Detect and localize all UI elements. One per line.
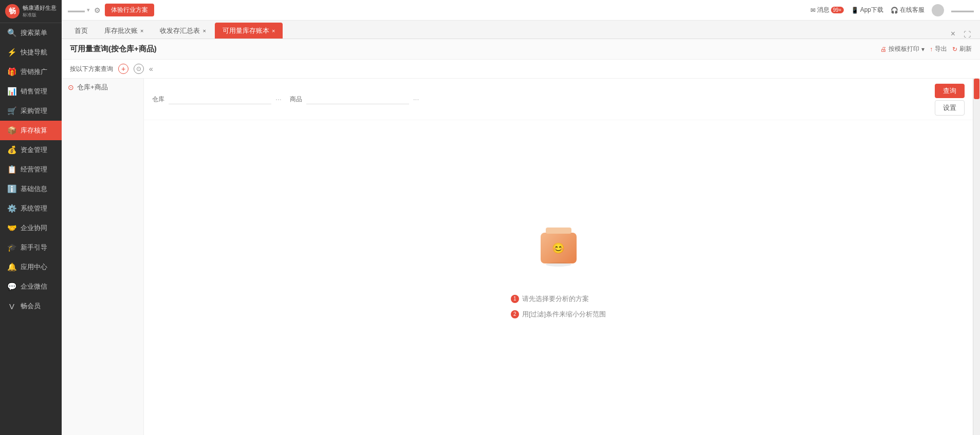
goods-field: 商品 ··· (290, 94, 419, 104)
sales-icon: 📊 (7, 87, 16, 96)
page-header-actions: 🖨 按模板打印 ▾ ↑ 导出 ↻ 刷新 (880, 45, 972, 53)
filter-add-btn[interactable]: + (118, 64, 128, 74)
nav-icon: ⚡ (7, 48, 16, 57)
sidebar-item-purchase[interactable]: 🛒 采购管理 (0, 101, 62, 121)
goods-label: 商品 (290, 95, 302, 104)
scrollbar-track (973, 79, 980, 435)
empty-state: 😊 1 请先选择要分析的方案 2 用[过滤]条件来缩小分析范围 (144, 120, 973, 435)
online-service-btn[interactable]: 🎧 在线客服 (891, 6, 924, 14)
filter-label: 按以下方案查询 (70, 65, 113, 73)
goods-more-icon[interactable]: ··· (413, 95, 419, 103)
scrollbar-thumb (974, 79, 979, 99)
sidebar-item-sales[interactable]: 📊 销售管理 (0, 82, 62, 101)
tip-num-2: 2 (511, 310, 519, 318)
sidebar-item-basicinfo[interactable]: ℹ️ 基础信息 (0, 179, 62, 199)
sidebar-item-membership[interactable]: V 畅会员 (0, 296, 62, 316)
message-icon: ✉ (810, 7, 816, 14)
username: ▬▬▬▬ (951, 7, 974, 13)
dropdown-icon: ▾ (921, 46, 924, 53)
marketing-icon: 🎁 (7, 67, 16, 77)
topbar-right: ✉ 消息 99+ 📱 App下载 🎧 在线客服 ▬▬▬▬ (810, 4, 974, 16)
sidebar-item-collaboration[interactable]: 🤝 企业协同 (0, 218, 62, 238)
tab-batch-account[interactable]: 库存批次账 × (97, 23, 151, 39)
filter-row: 仓库 ··· 商品 ··· 查询 设置 (144, 79, 973, 120)
print-icon: 🖨 (880, 46, 886, 53)
sidebar-item-inventory[interactable]: 📦 库存核算 (0, 121, 62, 140)
content-wrapper: ⊙ 仓库+商品 仓库 ··· 商品 ··· 查询 设 (62, 79, 980, 435)
wechat-icon: 💬 (7, 282, 16, 291)
goods-input[interactable] (306, 94, 409, 104)
template-print-btn[interactable]: 🖨 按模板打印 ▾ (880, 45, 924, 53)
empty-tips: 1 请先选择要分析的方案 2 用[过滤]条件来缩小分析范围 (511, 292, 606, 323)
industry-btn[interactable]: 体验行业方案 (105, 4, 154, 16)
refresh-btn[interactable]: ↻ 刷新 (952, 45, 972, 53)
sidebar-item-finance[interactable]: 💰 资金管理 (0, 140, 62, 160)
inventory-icon: 📦 (7, 126, 16, 135)
tip-row-1: 1 请先选择要分析的方案 (511, 292, 606, 306)
app-download-btn[interactable]: 📱 App下载 (851, 6, 883, 14)
guide-icon: 🎓 (7, 243, 16, 252)
warehouse-field: 仓库 ··· (152, 94, 282, 104)
avatar[interactable] (932, 4, 944, 16)
scheme-item-warehouse-goods[interactable]: ⊙ 仓库+商品 (62, 79, 143, 96)
right-scrollbar[interactable] (973, 79, 980, 435)
finance-icon: 💰 (7, 145, 16, 155)
sidebar-scroll: 🔍 搜索菜单 ⚡ 快捷导航 🎁 营销推广 📊 销售管理 🛒 采购管理 📦 库存核… (0, 23, 62, 435)
sidebar-item-nav[interactable]: ⚡ 快捷导航 (0, 43, 62, 62)
warehouse-label: 仓库 (152, 95, 164, 104)
sidebar-item-marketing[interactable]: 🎁 营销推广 (0, 62, 62, 82)
tab-close-summary-icon[interactable]: × (202, 28, 206, 34)
system-icon: ⚙️ (7, 204, 16, 213)
filter-fields: 仓库 ··· 商品 ··· 查询 设置 (144, 79, 973, 435)
refresh-icon: ↻ (952, 46, 957, 53)
sidebar-item-appcenter[interactable]: 🔔 应用中心 (0, 257, 62, 277)
gear-icon[interactable]: ⚙ (94, 6, 101, 14)
tip-num-1: 1 (511, 295, 519, 303)
tab-close-available-icon[interactable]: × (272, 28, 275, 34)
tab-home[interactable]: 首页 (67, 23, 96, 39)
sidebar-item-guide[interactable]: 🎓 新手引导 (0, 238, 62, 257)
topbar: ▬▬▬ ▾ ⚙ 体验行业方案 ✉ 消息 99+ 📱 App下载 🎧 在线客服 ▬… (62, 0, 980, 21)
message-badge: 99+ (831, 7, 844, 13)
tab-close-batch-icon[interactable]: × (140, 28, 143, 34)
sidebar-item-system[interactable]: ⚙️ 系统管理 (0, 199, 62, 218)
sidebar: 畅 畅康通好生意 标准版 🔍 搜索菜单 ⚡ 快捷导航 🎁 营销推广 📊 销售管理… (0, 0, 62, 435)
appcenter-icon: 🔔 (7, 262, 16, 272)
tab-available-inventory[interactable]: 可用量库存账本 × (215, 23, 283, 39)
breadcrumb: ▬▬▬ ▾ (68, 7, 90, 13)
sidebar-logo: 畅 畅康通好生意 标准版 (0, 0, 62, 23)
breadcrumb-text: ▬▬▬ (68, 7, 85, 13)
settings-button[interactable]: 设置 (935, 100, 965, 116)
tab-bar: 首页 库存批次账 × 收发存汇总表 × 可用量库存账本 × × ⛶ (62, 21, 980, 39)
tab-expand-btn[interactable]: ⛶ (959, 30, 975, 39)
collaboration-icon: 🤝 (7, 223, 16, 233)
filter-scheme-settings-btn[interactable]: ⊙ (134, 64, 144, 74)
membership-icon: V (7, 302, 16, 311)
page-header: 可用量查询(按仓库+商品) 🖨 按模板打印 ▾ ↑ 导出 ↻ 刷新 (62, 39, 980, 60)
scheme-panel: ⊙ 仓库+商品 (62, 79, 144, 435)
operations-icon: 📋 (7, 165, 16, 174)
sidebar-item-search[interactable]: 🔍 搜索菜单 (0, 23, 62, 43)
messages-btn[interactable]: ✉ 消息 99+ (810, 6, 844, 14)
purchase-icon: 🛒 (7, 106, 16, 116)
empty-illustration: 😊 (533, 233, 584, 284)
warehouse-input[interactable] (169, 94, 271, 104)
app-version: 标准版 (23, 12, 57, 18)
app-logo-icon: 畅 (5, 4, 20, 18)
export-btn[interactable]: ↑ 导出 (930, 45, 947, 53)
search-icon: 🔍 (7, 28, 16, 37)
sidebar-item-wechat[interactable]: 💬 企业微信 (0, 277, 62, 296)
chevron-down-icon: ▾ (87, 7, 90, 13)
export-icon: ↑ (930, 46, 933, 53)
filter-collapse-btn[interactable]: « (149, 65, 153, 73)
tab-summary[interactable]: 收发存汇总表 × (152, 23, 213, 39)
sidebar-item-operations[interactable]: 📋 经营管理 (0, 160, 62, 179)
page-title: 可用量查询(按仓库+商品) (70, 44, 157, 54)
service-icon: 🎧 (891, 7, 898, 14)
download-icon: 📱 (851, 7, 859, 14)
warehouse-more-icon[interactable]: ··· (275, 95, 282, 103)
query-button[interactable]: 查询 (935, 84, 965, 98)
tab-close-window-btn[interactable]: × (947, 29, 959, 39)
main-content: ▬▬▬ ▾ ⚙ 体验行业方案 ✉ 消息 99+ 📱 App下载 🎧 在线客服 ▬… (62, 0, 980, 435)
tip-row-2: 2 用[过滤]条件来缩小分析范围 (511, 308, 606, 321)
